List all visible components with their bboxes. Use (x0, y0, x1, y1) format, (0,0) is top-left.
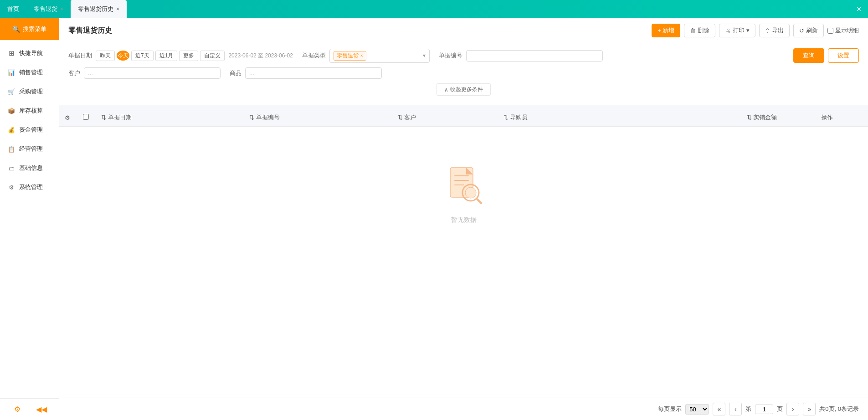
doc-type-label: 单据类型 (302, 51, 326, 60)
col-customer: ⇅ 客户 (392, 109, 498, 127)
search-icon: 🔍 (12, 26, 20, 33)
first-page-button[interactable]: « (713, 403, 725, 415)
print-label: 打印 ▾ (733, 26, 750, 35)
sidebar-item-label: 快捷导航 (19, 49, 43, 57)
table-header-row: ⚙ ⇅ 单据日期 ⇅ 单据编号 ⇅ 客户 (59, 109, 868, 127)
sidebar-item-finance[interactable]: 💰 资金管理 (0, 120, 59, 139)
table-body: 暂无数据 (59, 127, 868, 261)
goods-select[interactable]: ... (245, 67, 382, 79)
tab-home[interactable]: 首页 (0, 0, 26, 18)
purchase-icon: 🛒 (7, 87, 15, 96)
prev-page-button[interactable]: ‹ (729, 403, 742, 415)
date-btn-1month[interactable]: 近1月 (155, 51, 178, 61)
delete-label: 删除 (698, 26, 709, 35)
data-table: ⚙ ⇅ 单据日期 ⇅ 单据编号 ⇅ 客户 (59, 109, 868, 261)
sidebar-item-sales[interactable]: 📊 销售管理 (0, 63, 59, 82)
sidebar-item-label: 销售管理 (19, 68, 43, 77)
col-doc-no-label: ⇅ 单据编号 (249, 114, 280, 121)
settings-icon[interactable]: ⚙ (65, 114, 70, 121)
window-close-button[interactable]: × (850, 0, 868, 18)
sidebar-bottom: ⚙ ◀◀ (0, 398, 59, 420)
tab-retail-return-history[interactable]: 零售退货历史 × (71, 0, 127, 18)
collapse-icon: ∧ (444, 87, 448, 93)
col-guide: ⇅ 导购员 (498, 109, 625, 127)
date-btn-more[interactable]: 更多 (179, 51, 198, 61)
col-guide-label: ⇅ 导购员 (503, 114, 528, 121)
select-all-checkbox[interactable] (83, 114, 89, 120)
sidebar-item-label: 经营管理 (19, 145, 43, 153)
doc-type-filter: 单据类型 零售退货 × ▾ (302, 49, 430, 63)
tab-retail-return-history-close[interactable]: × (116, 6, 119, 12)
tab-retail-return-close[interactable]: × (60, 6, 63, 12)
sidebar-item-quick-nav[interactable]: ⊞ 快捷导航 (0, 44, 59, 63)
doc-no-label: 单据编号 (439, 51, 462, 60)
print-button[interactable]: 🖨 打印 ▾ (719, 24, 755, 37)
date-btn-7days[interactable]: 近7天 (131, 51, 154, 61)
pagination-bar: 每页显示 20 50 100 « ‹ 第 页 › » 共0页, 0条记录 (59, 398, 868, 420)
sidebar-nav: ⊞ 快捷导航 📊 销售管理 🛒 采购管理 📦 库存核算 💰 资金管理 📋 (0, 40, 59, 398)
sales-icon: 📊 (7, 68, 15, 77)
refresh-button[interactable]: ↺ 刷新 (793, 24, 824, 37)
date-filter-label: 单据日期 (68, 51, 92, 60)
date-btn-yesterday[interactable]: 昨天 (96, 51, 115, 61)
customer-label: 客户 (68, 69, 80, 77)
setting-button[interactable]: 设置 (828, 48, 859, 63)
export-button[interactable]: ⇧ 导出 (759, 24, 790, 37)
collapse-button[interactable]: ∧ 收起更多条件 (437, 83, 491, 96)
tab-retail-return[interactable]: 零售退货 × (26, 0, 71, 18)
inventory-icon: 📦 (7, 107, 15, 115)
date-btn-custom[interactable]: 自定义 (200, 51, 225, 61)
sidebar-item-label: 库存核算 (19, 107, 43, 115)
query-button[interactable]: 查询 (793, 48, 824, 63)
sidebar-settings-button[interactable]: ⚙ (10, 402, 25, 417)
date-btn-today[interactable]: 今天 (117, 51, 129, 61)
col-amount-label: ⇅ 实销金额 (747, 114, 777, 121)
customer-select[interactable]: ... (84, 67, 221, 79)
delete-icon: 🗑 (690, 27, 696, 34)
doc-no-input[interactable] (466, 50, 603, 61)
col-doc-date-label: ⇅ 单据日期 (101, 114, 132, 121)
per-page-select[interactable]: 20 50 100 (685, 404, 709, 415)
sidebar-audio-button[interactable]: ◀◀ (34, 402, 49, 417)
customer-filter: 客户 ... (68, 67, 221, 79)
export-icon: ⇧ (765, 27, 770, 34)
doc-type-select[interactable]: 零售退货 × ▾ (329, 49, 430, 63)
date-buttons: 昨天 今天 近7天 近1月 更多 自定义 (96, 51, 225, 61)
print-icon: 🖨 (725, 27, 731, 34)
new-button[interactable]: + 新增 (652, 24, 680, 37)
sidebar-item-basic-info[interactable]: 🗃 基础信息 (0, 159, 59, 178)
main-layout: 🔍 搜索菜单 ⊞ 快捷导航 📊 销售管理 🛒 采购管理 📦 库存核算 💰 (0, 18, 868, 420)
date-filter: 单据日期 昨天 今天 近7天 近1月 更多 自定义 2023-06-02 至 2… (68, 51, 293, 61)
col-doc-date: ⇅ 单据日期 (96, 109, 244, 127)
filter-area: 单据日期 昨天 今天 近7天 近1月 更多 自定义 2023-06-02 至 2… (68, 43, 859, 105)
doc-type-arrow-icon: ▾ (423, 52, 426, 59)
export-label: 导出 (772, 26, 784, 35)
refresh-icon: ↺ (799, 27, 804, 34)
sidebar-item-inventory[interactable]: 📦 库存核算 (0, 101, 59, 120)
sidebar-item-system[interactable]: ⚙ 系统管理 (0, 178, 59, 197)
col-doc-no: ⇅ 单据编号 (244, 109, 392, 127)
refresh-label: 刷新 (806, 26, 818, 35)
doc-type-tag-close[interactable]: × (360, 53, 363, 58)
sidebar-item-purchase[interactable]: 🛒 采购管理 (0, 82, 59, 101)
sidebar-search-label: 搜索菜单 (23, 25, 46, 33)
table-container: ⚙ ⇅ 单据日期 ⇅ 单据编号 ⇅ 客户 (59, 109, 868, 398)
tab-retail-return-history-label: 零售退货历史 (78, 5, 113, 13)
sidebar-item-label: 采购管理 (19, 87, 43, 96)
content-area: 零售退货历史 + 新增 🗑 删除 🖨 打印 ▾ ⇧ 导出 (59, 18, 868, 420)
sidebar-item-label: 基础信息 (19, 164, 43, 172)
doc-type-tag: 零售退货 × (334, 51, 366, 61)
sidebar-item-operations[interactable]: 📋 经营管理 (0, 139, 59, 159)
empty-state-text: 暂无数据 (451, 216, 477, 224)
display-toggle[interactable]: 显示明细 (827, 26, 859, 35)
page-number-input[interactable] (755, 405, 773, 414)
delete-button[interactable]: 🗑 删除 (684, 24, 715, 37)
last-page-button[interactable]: » (803, 403, 816, 415)
empty-state-row: 暂无数据 (59, 127, 868, 261)
display-toggle-checkbox[interactable] (827, 28, 833, 34)
sidebar-item-label: 系统管理 (19, 183, 43, 191)
sidebar-item-label: 资金管理 (19, 126, 43, 134)
sidebar-search[interactable]: 🔍 搜索菜单 (0, 18, 59, 40)
next-page-button[interactable]: › (786, 403, 799, 415)
operations-icon: 📋 (7, 145, 15, 153)
